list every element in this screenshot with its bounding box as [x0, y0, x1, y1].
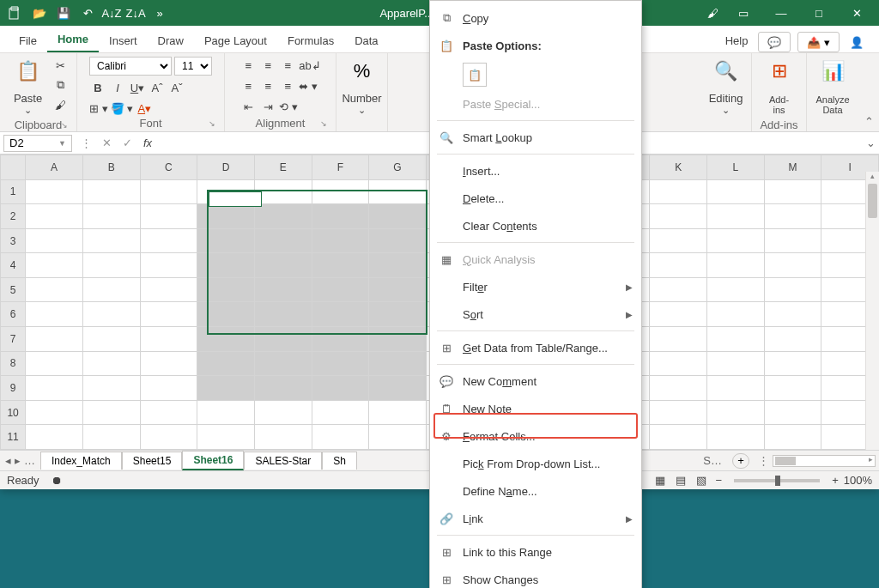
- clipboard-launcher-icon[interactable]: ↘: [61, 121, 68, 130]
- col-header[interactable]: K: [650, 155, 707, 180]
- addins-button[interactable]: ⊞ Add-ins: [759, 57, 800, 118]
- sheet-tab[interactable]: Sheet15: [122, 452, 183, 470]
- row-header[interactable]: 5: [1, 277, 26, 302]
- tab-draw[interactable]: Draw: [148, 29, 194, 52]
- orientation-icon[interactable]: ⟲ ▾: [279, 98, 298, 115]
- zoom-in-icon[interactable]: +: [832, 474, 839, 487]
- col-header[interactable]: E: [254, 155, 312, 180]
- col-header[interactable]: D: [197, 155, 255, 180]
- align-bottom-icon[interactable]: ≡: [279, 57, 296, 74]
- macro-record-icon[interactable]: ⏺: [52, 474, 63, 487]
- sheet-tab-ellipsis[interactable]: S…: [698, 454, 727, 467]
- fill-color-icon[interactable]: 🪣 ▾: [111, 100, 134, 117]
- paste-default-button[interactable]: 📋: [463, 63, 487, 87]
- cm-link-range[interactable]: ⊞ Link to this Range: [430, 538, 641, 566]
- open-icon[interactable]: 📂: [31, 4, 48, 21]
- tab-file[interactable]: File: [9, 29, 47, 52]
- minimize-button[interactable]: —: [766, 3, 797, 23]
- cm-insert[interactable]: Insert...: [430, 157, 641, 185]
- cm-copy[interactable]: ⧉ Copy: [430, 4, 641, 32]
- cm-sort[interactable]: Sort ▶: [430, 300, 641, 328]
- fx-icon[interactable]: fx: [137, 135, 158, 152]
- close-button[interactable]: ✕: [841, 3, 872, 23]
- row-header[interactable]: 4: [1, 253, 26, 278]
- zoom-out-icon[interactable]: −: [716, 474, 723, 487]
- font-size-select[interactable]: 11: [174, 57, 212, 76]
- vscroll-thumb[interactable]: [868, 184, 877, 218]
- sheet-nav-next-icon[interactable]: ▸: [15, 454, 21, 467]
- cm-delete[interactable]: Delete...: [430, 185, 641, 212]
- row-header[interactable]: 2: [1, 204, 26, 229]
- share-button[interactable]: 📤 ▾: [797, 32, 840, 52]
- save-icon[interactable]: 💾: [55, 4, 72, 21]
- expand-formula-bar-icon[interactable]: ⌄: [862, 136, 879, 149]
- cm-smart-lookup[interactable]: 🔍 Smart Lookup: [430, 124, 641, 151]
- row-header[interactable]: 9: [1, 376, 26, 401]
- autosave-toggle[interactable]: [7, 4, 24, 21]
- col-header[interactable]: F: [312, 155, 369, 180]
- decrease-indent-icon[interactable]: ⇤: [239, 98, 257, 115]
- row-header[interactable]: 11: [1, 425, 26, 450]
- align-middle-icon[interactable]: ≡: [259, 57, 276, 74]
- paste-button[interactable]: 📋 Paste⌄: [8, 57, 49, 118]
- align-right-icon[interactable]: ≡: [279, 77, 296, 94]
- col-header[interactable]: B: [82, 155, 140, 180]
- cancel-formula-icon[interactable]: ✕: [96, 135, 117, 152]
- tab-insert[interactable]: Insert: [99, 29, 148, 52]
- normal-view-icon[interactable]: ▦: [651, 473, 670, 488]
- cm-new-note[interactable]: 🗒 New Note: [430, 395, 641, 422]
- cm-define-name[interactable]: Define Name...: [430, 477, 641, 505]
- cm-show-changes[interactable]: ⊞ Show Changes: [430, 566, 641, 588]
- account-icon[interactable]: 👤: [846, 36, 867, 49]
- sheet-tab[interactable]: Sh: [322, 452, 357, 470]
- font-launcher-icon[interactable]: ↘: [209, 119, 215, 128]
- editing-button[interactable]: 🔍 Editing⌄: [704, 57, 749, 118]
- enter-formula-icon[interactable]: ✓: [117, 135, 137, 152]
- comments-button[interactable]: 💬: [758, 32, 791, 52]
- underline-icon[interactable]: U ▾: [129, 79, 146, 96]
- align-left-icon[interactable]: ≡: [239, 77, 257, 94]
- number-format-button[interactable]: % Number⌄: [336, 57, 386, 118]
- col-header[interactable]: L: [706, 155, 764, 180]
- horizontal-scrollbar[interactable]: ◂▸: [773, 455, 876, 467]
- wrap-text-icon[interactable]: ab↲: [299, 57, 320, 74]
- row-header[interactable]: 8: [1, 351, 26, 376]
- sheet-tab[interactable]: SALES-Star: [244, 452, 322, 470]
- col-header[interactable]: C: [140, 155, 197, 180]
- increase-indent-icon[interactable]: ⇥: [259, 98, 276, 115]
- name-box[interactable]: D2▼: [3, 135, 72, 152]
- row-header[interactable]: 1: [1, 179, 26, 204]
- col-header[interactable]: G: [369, 155, 427, 180]
- row-header[interactable]: 7: [1, 327, 26, 352]
- ribbon-display-icon[interactable]: ▭: [728, 3, 759, 23]
- zoom-level[interactable]: 100%: [844, 474, 872, 487]
- cm-clear-contents[interactable]: Clear Contents: [430, 212, 641, 239]
- borders-icon[interactable]: ⊞ ▾: [89, 100, 108, 117]
- cm-filter[interactable]: Filter ▶: [430, 273, 641, 300]
- collapse-ribbon-icon[interactable]: ⌃: [858, 53, 879, 131]
- row-header[interactable]: 6: [1, 302, 26, 327]
- cm-new-comment[interactable]: 💬 New Comment: [430, 367, 641, 395]
- cm-get-data[interactable]: ⊞ Get Data from Table/Range...: [430, 334, 641, 361]
- page-layout-view-icon[interactable]: ▤: [671, 473, 690, 488]
- undo-icon[interactable]: ↶: [79, 4, 96, 21]
- font-color-icon[interactable]: A ▾: [136, 100, 153, 117]
- sheet-tab[interactable]: Index_Match: [40, 452, 122, 470]
- analyze-data-button[interactable]: 📊 Analyze Data: [810, 57, 854, 118]
- align-top-icon[interactable]: ≡: [239, 57, 257, 74]
- qat-overflow-icon[interactable]: »: [151, 4, 168, 21]
- tab-home[interactable]: Home: [47, 27, 99, 52]
- clear-format-icon[interactable]: 🖌: [704, 4, 721, 21]
- sheet-tab-active[interactable]: Sheet16: [182, 451, 244, 470]
- merge-center-icon[interactable]: ⬌ ▾: [299, 77, 318, 94]
- row-header[interactable]: 3: [1, 228, 26, 253]
- sort-desc-icon[interactable]: Z↓A: [127, 4, 144, 21]
- sheet-nav-prev-icon[interactable]: ◂: [5, 454, 11, 467]
- col-header[interactable]: A: [26, 155, 83, 180]
- decrease-font-icon[interactable]: Aˇ: [168, 79, 185, 96]
- align-center-icon[interactable]: ≡: [259, 77, 276, 94]
- tab-data[interactable]: Data: [344, 29, 388, 52]
- cm-format-cells[interactable]: ⚙ Format Cells...: [430, 422, 641, 450]
- tab-page-layout[interactable]: Page Layout: [194, 29, 277, 52]
- cm-link[interactable]: 🔗 Link ▶: [430, 505, 641, 532]
